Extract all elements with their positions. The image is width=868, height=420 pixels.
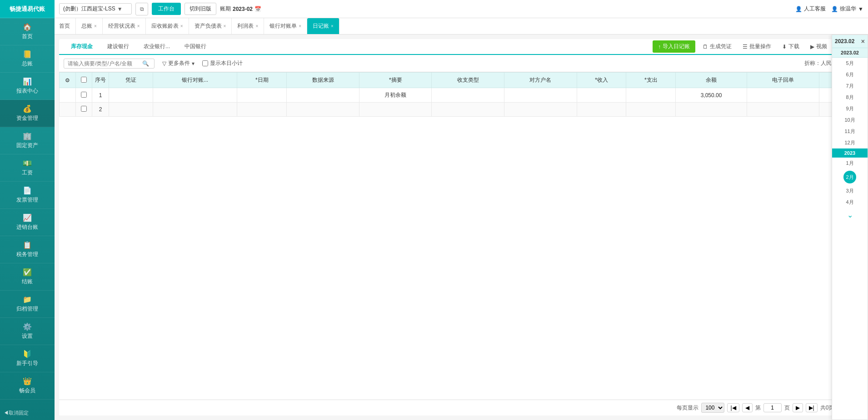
col-settings[interactable]: ⚙ [60,73,76,88]
col-summary: *摘要 [359,73,432,88]
next-page-button[interactable]: ▶ [793,403,803,412]
sidebar-item-funds[interactable]: 💰 资金管理 [0,100,55,127]
company-selector[interactable]: (勿删）江西超宝-LSS ▼ [59,3,132,15]
col-checkbox[interactable] [76,73,92,88]
first-page-button[interactable]: |◀ [727,403,739,412]
select-all-checkbox[interactable] [81,77,87,83]
search-icon[interactable]: 🔍 [142,60,149,67]
show-daily-total-toggle[interactable]: 显示本日小计 [202,59,243,67]
tab-profit-close[interactable]: × [255,24,258,29]
sidebar-item-reports[interactable]: 📊 报表中心 [0,73,55,100]
month-6[interactable]: 6月 [832,69,868,80]
sidebar-item-sales[interactable]: 📈 进销台账 [0,209,55,236]
search-box[interactable]: 🔍 [64,59,155,69]
tab-receivables-close[interactable]: × [180,24,183,29]
tab-assets-close[interactable]: × [224,24,226,29]
row-checkbox-1[interactable] [81,106,87,112]
sidebar-item-invoice[interactable]: 📄 发票管理 [0,182,55,209]
month-3[interactable]: 3月 [832,185,868,197]
invoice-icon: 📄 [23,186,32,195]
prev-page-button[interactable]: ◀ [742,403,753,412]
month-5[interactable]: 5月 [832,58,868,69]
cell-payment-type-0 [432,88,504,103]
tab-ledger[interactable]: 总账 × [76,18,103,34]
show-daily-checkbox[interactable] [202,60,208,66]
sidebar-item-salary[interactable]: 💵 工资 [0,154,55,182]
cell-settings-0[interactable] [60,88,76,103]
month-4[interactable]: 4月 [832,197,868,208]
subtab-cash[interactable]: 库存现金 [64,39,100,55]
tab-diary-close[interactable]: × [331,24,334,29]
workbench-button[interactable]: 工作台 [152,3,181,15]
page-input[interactable] [763,403,782,412]
generate-voucher-button[interactable]: 🗒 生成凭证 [699,41,735,52]
subtab-nongye[interactable]: 农业银行... [136,39,177,55]
tab-ledger-close[interactable]: × [94,24,97,29]
sidebar-item-assets[interactable]: 🏢 固定资产 [0,127,55,154]
month-11[interactable]: 11月 [832,126,868,137]
cell-settings-1[interactable] [60,103,76,117]
cell-voucher-1 [109,103,153,117]
col-voucher: 凭证 [109,73,153,88]
col-date: *日期 [237,73,287,88]
cell-balance-0: 3,050.00 [676,88,747,103]
import-diary-button[interactable]: ↑ 导入日记账 [653,40,695,53]
tab-bizstatus-close[interactable]: × [137,24,140,29]
sidebar-item-guide[interactable]: 🔰 新手引导 [0,345,55,372]
main-area: (勿删）江西超宝-LSS ▼ ⧉ 工作台 切到旧版 账期 2023-02 📅 👤… [55,0,868,420]
sidebar-item-settings[interactable]: ⚙️ 设置 [0,318,55,345]
filter-icon: ▽ [162,60,166,67]
sidebar-item-vip[interactable]: 👑 畅会员 [0,372,55,400]
tab-profit[interactable]: 利润表 × [232,18,264,34]
tab-bizstatus[interactable]: 经营状况表 × [103,18,146,34]
sidebar-item-archive[interactable]: 📁 归档管理 [0,291,55,318]
download-button[interactable]: ⬇ 下载 [778,41,803,52]
tab-home[interactable]: 首页 [59,18,76,34]
month-10[interactable]: 10月 [832,114,868,126]
batch-operation-button[interactable]: ☰ 批量操作 [739,41,775,52]
sidebar-item-settle[interactable]: ✅ 结账 [0,263,55,291]
import-icon: ↑ [658,44,661,50]
tab-bankreconcile[interactable]: 银行对账单 × [264,18,307,34]
scroll-down-icon[interactable]: ⌄ [832,208,868,222]
support-icon: 👤 [795,6,802,12]
more-filter-button[interactable]: ▽ 更多条件 ▾ [158,58,199,69]
cell-checkbox-0[interactable] [76,88,92,103]
row-checkbox-0[interactable] [81,92,87,98]
month-7[interactable]: 7月 [832,80,868,92]
per-page-select[interactable]: 100 50 200 [701,403,724,413]
company-dropdown-arrow: ▼ [117,6,123,12]
video-button[interactable]: ▶ 视频 [807,41,831,52]
col-income: *收入 [577,73,626,88]
search-input[interactable] [68,60,140,67]
tab-diary[interactable]: 日记账 × [307,18,339,34]
month-9[interactable]: 9月 [832,103,868,114]
settle-icon: ✅ [23,268,32,277]
date-panel-close-button[interactable]: × [861,38,865,45]
settings-icon: ⚙️ [23,322,32,331]
cell-expense-1 [626,103,676,117]
support-link[interactable]: 👤 人工客服 [795,5,826,13]
sidebar-item-home[interactable]: 🏠 首页 [0,18,55,45]
cell-income-0 [577,88,626,103]
tab-bankreconcile-close[interactable]: × [299,24,301,29]
cell-checkbox-1[interactable] [76,103,92,117]
tab-assets[interactable]: 资产负债表 × [189,18,232,34]
subtab-jianshe[interactable]: 建设银行 [100,39,136,55]
month-8[interactable]: 8月 [832,92,868,103]
month-1[interactable]: 1月 [832,158,868,169]
sidebar: 畅捷通易代账 🏠 首页 📒 总账 📊 报表中心 💰 资金管理 🏢 固定资产 💵 … [0,0,55,420]
month-2-active[interactable]: 2月 [843,171,856,183]
tab-receivables[interactable]: 应收账龄表 × [146,18,189,34]
sidebar-item-ledger[interactable]: 📒 总账 [0,45,55,73]
unpin-sidebar[interactable]: ◀取消固定 [0,406,55,420]
copy-button[interactable]: ⧉ [135,3,148,15]
subtab-zhongguo[interactable]: 中国银行 [177,39,214,55]
cell-counterparty-0 [504,88,577,103]
switch-version-button[interactable]: 切到旧版 [185,3,216,15]
calendar-icon[interactable]: 📅 [254,6,261,12]
month-12[interactable]: 12月 [832,137,868,148]
last-page-button[interactable]: ▶| [806,403,818,412]
sidebar-item-tax[interactable]: 📋 税务管理 [0,236,55,263]
user-menu[interactable]: 👤 徐温华 ▼ [831,5,863,13]
